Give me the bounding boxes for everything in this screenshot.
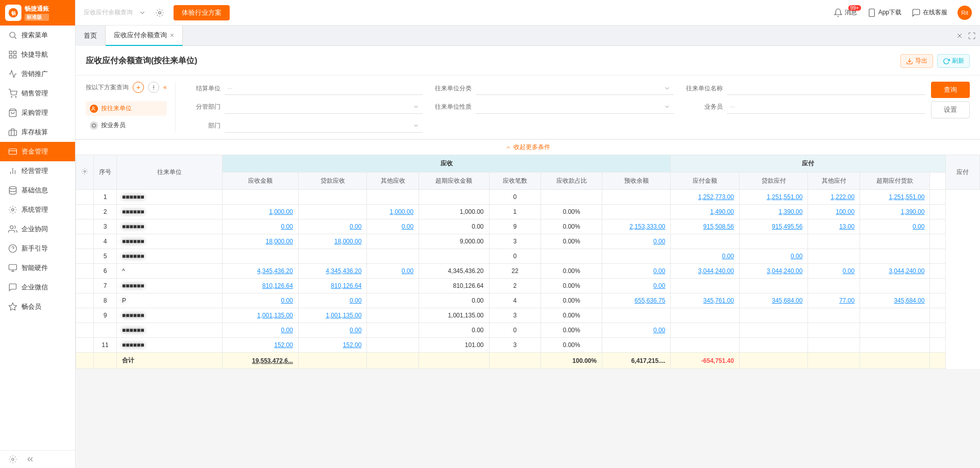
th-ap-other: 其他应付 — [808, 173, 860, 190]
dept-input[interactable] — [225, 101, 423, 114]
salesman-input[interactable]: ··· — [727, 101, 925, 114]
notifications-item[interactable]: 消息 99+ — [834, 8, 857, 17]
th-ar-amount: 应收金额 — [222, 173, 298, 190]
department-input[interactable] — [225, 119, 423, 133]
settlement-input[interactable]: ··· — [225, 82, 423, 95]
sidebar-item-hardware[interactable]: 智能硬件 — [0, 258, 75, 278]
sidebar-item-system[interactable]: 系统管理 — [0, 200, 75, 219]
refresh-button[interactable]: 刷新 — [937, 54, 970, 68]
online-service-label: 在线客服 — [923, 8, 947, 17]
tab-ar-ap[interactable]: 应收应付余额查询 × — [106, 26, 183, 46]
th-ar-other: 其他应收 — [367, 173, 419, 190]
svg-point-17 — [12, 209, 14, 211]
scheme-by-unit[interactable]: 按往来单位 — [86, 101, 167, 116]
app-download-item[interactable]: App下载 — [867, 8, 901, 17]
th-ar-overdue: 超期应收金额 — [419, 173, 489, 190]
svg-point-31 — [153, 87, 154, 88]
tab-close-icon[interactable]: × — [170, 31, 174, 39]
table-footer: 合计 19,553,472,6... 100.00% 6,417,215....… — [76, 353, 980, 369]
unit-cell: ■■■■■■ — [117, 219, 223, 234]
sidebar-item-guide[interactable]: 新手引导 — [0, 239, 75, 258]
svg-point-32 — [154, 85, 154, 86]
svg-point-25 — [159, 11, 161, 14]
svg-rect-5 — [9, 56, 12, 58]
svg-point-7 — [11, 96, 12, 97]
department-label: 部门 — [184, 121, 220, 130]
set-button[interactable]: 设置 — [931, 101, 970, 118]
footer-ap-overdue-loan — [860, 353, 930, 369]
settings-icon[interactable] — [8, 455, 17, 464]
sidebar-item-purchase[interactable]: 采购管理 — [0, 103, 75, 122]
th-gear — [76, 155, 94, 190]
sidebar-item-operations[interactable]: 经营管理 — [0, 161, 75, 181]
th-ar-ratio: 应收款占比 — [541, 173, 602, 190]
breadcrumb-dropdown[interactable] — [139, 9, 146, 16]
unit-nature-input[interactable] — [476, 101, 674, 114]
avatar[interactable]: Rit — [958, 6, 972, 20]
svg-point-18 — [10, 226, 13, 229]
footer-ar-amount[interactable]: 19,553,472,6... — [222, 353, 298, 369]
footer-ar-ratio: 100.00% — [541, 353, 602, 369]
query-button[interactable]: 查询 — [931, 82, 970, 98]
unit-cell: ■■■■■■ — [117, 249, 223, 264]
sidebar-item-member[interactable]: 畅会员 — [0, 297, 75, 316]
unit-cell: ■■■■■■ — [117, 234, 223, 249]
sidebar-item-marketing[interactable]: 营销推广 — [0, 64, 75, 84]
svg-point-33 — [154, 89, 154, 89]
sidebar-item-wechat[interactable]: 企业微信 — [0, 278, 75, 297]
table-row: ■■■■■■0.000.000.0000.00%0.00 — [76, 323, 980, 338]
unit-cell: ■■■■■■ — [117, 205, 223, 219]
th-unit: 往来单位 — [117, 155, 223, 190]
svg-point-34 — [92, 107, 94, 108]
sidebar-item-basic[interactable]: 基础信息 — [0, 181, 75, 200]
collapse-icon[interactable] — [26, 455, 35, 464]
th-ar-group: 应收 — [222, 155, 671, 173]
collapse-button[interactable]: 收起更多条件 — [76, 139, 980, 155]
export-button[interactable]: 导出 — [900, 54, 933, 68]
filter-field-department: 部门 — [184, 119, 423, 133]
solution-button[interactable]: 体验行业方案 — [174, 5, 230, 20]
table-row: 5■■■■■■00.000.00 — [76, 249, 980, 264]
sidebar-bottom — [0, 450, 75, 468]
footer-no — [94, 353, 117, 369]
online-service-item[interactable]: 在线客服 — [912, 8, 947, 17]
tab-home[interactable]: 首页 — [76, 26, 106, 46]
sidebar-item-enterprise[interactable]: 企业协同 — [0, 219, 75, 239]
tab-bar-actions — [955, 32, 980, 40]
svg-point-36 — [84, 170, 86, 173]
unit-cell: ■■■■■■ — [117, 323, 223, 338]
th-ap-overdue-loan: 超期应付货款 — [860, 173, 930, 190]
filter-field-unit-nature: 往来单位性质 — [435, 101, 674, 114]
unit-category-label: 往来单位分类 — [435, 84, 472, 93]
sidebar-item-sales[interactable]: 销售管理 — [0, 84, 75, 103]
gear-button[interactable] — [152, 5, 167, 20]
unit-cell: ■■■■■■ — [117, 338, 223, 353]
footer-ap-other — [808, 353, 860, 369]
filter-add-button[interactable]: + — [133, 82, 144, 93]
salesman-label: 业务员 — [686, 103, 723, 111]
sidebar: 畅 畅捷通账 标准版 搜索菜单 快捷导航 营销推广 销售管理 采购管理 库存核算… — [0, 0, 76, 468]
table-row: 2■■■■■■1,000.001,000.001,000.0010.00%1,4… — [76, 205, 980, 219]
svg-rect-6 — [14, 56, 16, 58]
filter-setting-button[interactable] — [148, 82, 159, 93]
unit-name-input[interactable] — [727, 82, 925, 95]
sidebar-item-finance[interactable]: 资金管理 — [0, 142, 75, 161]
page-header: 应收应付余额查询(按往来单位) 导出 刷新 — [76, 46, 980, 76]
sidebar-item-quicknav[interactable]: 快捷导航 — [0, 45, 75, 64]
svg-point-16 — [9, 187, 16, 189]
scheme-by-salesman[interactable]: 按业务员 — [86, 118, 167, 133]
app-download-label: App下载 — [878, 8, 901, 17]
sidebar-item-search[interactable]: 搜索菜单 — [0, 26, 75, 45]
svg-point-2 — [10, 32, 15, 38]
filter-toggle-button[interactable]: « — [163, 84, 167, 91]
page-actions: 导出 刷新 — [900, 54, 970, 75]
tab-close-all-icon[interactable] — [955, 32, 964, 40]
svg-point-8 — [15, 96, 16, 97]
sidebar-item-inventory[interactable]: 库存核算 — [0, 122, 75, 142]
unit-cell: ■■■■■■ — [117, 308, 223, 323]
unit-cell: ^ — [117, 264, 223, 279]
table-row: 3■■■■■■0.000.000.000.0090.00%2,153,333.0… — [76, 219, 980, 234]
unit-name-label: 往来单位名称 — [686, 84, 723, 93]
tab-expand-icon[interactable] — [968, 32, 976, 40]
unit-category-input[interactable] — [476, 82, 674, 95]
